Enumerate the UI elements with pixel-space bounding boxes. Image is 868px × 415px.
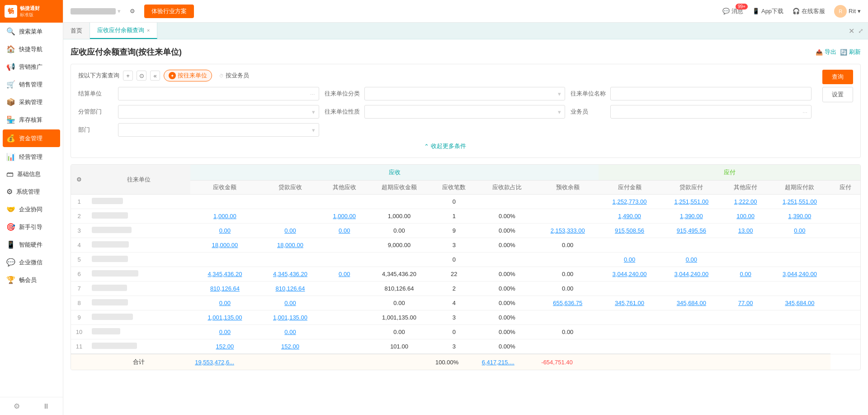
set-button[interactable]: 设置 xyxy=(822,87,853,102)
home-icon: 🏠 xyxy=(6,45,15,53)
footer-prepaid-total: 6,417,215.... xyxy=(477,354,537,370)
download-icon: 📱 xyxy=(752,8,760,14)
sidebar-item-wechat[interactable]: 💬 企业微信 xyxy=(0,253,63,271)
scheme-icon: ✦ xyxy=(169,72,176,79)
refresh-button[interactable]: 🔄 刷新 xyxy=(840,48,861,56)
scheme-partner-button[interactable]: ✦ 按往来单位 xyxy=(164,70,212,81)
xingzhi-input[interactable]: ▾ xyxy=(364,105,566,119)
jiesuan-input[interactable]: ··· xyxy=(118,87,319,100)
more-scheme-button[interactable]: « xyxy=(150,71,160,81)
filter-fenguan: 分管部门 ▾ xyxy=(78,105,319,119)
wechat-icon: 💬 xyxy=(6,258,15,267)
footer-empty3 xyxy=(321,354,368,370)
scheme-salesman-button[interactable]: ⏱ 按业务员 xyxy=(216,70,253,81)
app-download-button[interactable]: 📱 App下载 xyxy=(752,7,783,15)
sales-icon: 🛒 xyxy=(6,80,15,89)
add-scheme-button[interactable]: + xyxy=(123,71,133,81)
col-overdue-ar: 超期应收金额 xyxy=(368,181,431,195)
name-input[interactable] xyxy=(610,87,811,100)
footer-empty8 xyxy=(769,354,831,370)
col-loan-ap: 贷款应付 xyxy=(660,181,722,195)
system-icon: ⚙ xyxy=(6,187,13,196)
sidebar-item-operations[interactable]: 📊 经营管理 xyxy=(0,148,63,166)
filter-bumen: 部门 ▾ xyxy=(78,123,319,137)
scheme-clock-icon: ⏱ xyxy=(219,73,224,78)
fenzu-input[interactable]: ▾ xyxy=(364,87,566,100)
sidebar-item-sales[interactable]: 🛒 销售管理 xyxy=(0,76,63,93)
topbar-gear-button[interactable]: ⚙ xyxy=(126,5,139,18)
table-row: 80.000.000.0040.00%655,636.75345,761.003… xyxy=(71,296,860,310)
inventory-icon: 🏪 xyxy=(6,115,15,124)
bumen-input[interactable]: ▾ xyxy=(118,123,319,137)
purchase-icon: 📦 xyxy=(6,98,15,106)
marketing-icon: 📢 xyxy=(6,62,15,71)
table-row: 64,345,436.204,345,436.200.004,345,436.2… xyxy=(71,267,860,281)
footer-empty6 xyxy=(660,354,722,370)
filter-row-3: 部门 ▾ xyxy=(78,123,811,137)
yewuyuan-input[interactable]: ··· xyxy=(610,105,811,119)
footer-empty2 xyxy=(259,354,321,370)
sidebar-item-enterprise[interactable]: 🤝 企业协同 xyxy=(0,200,63,218)
main-content: ▾ ⚙ 体验行业方案 💬 消息 99+ 📱 App下载 🎧 在线客服 R Rit… xyxy=(63,0,868,415)
user-menu-button[interactable]: R Rit ▾ xyxy=(834,5,861,18)
col-other-ar: 其他应收 xyxy=(321,181,368,195)
edit-scheme-button[interactable]: ⊙ xyxy=(137,71,146,81)
message-icon: 💬 xyxy=(722,8,730,14)
export-button[interactable]: 📤 导出 xyxy=(816,48,836,56)
sidebar-item-basic[interactable]: 🗃 基础信息 xyxy=(0,166,63,183)
sidebar-settings-button[interactable]: ⚙ xyxy=(5,402,29,410)
footer-ar-ratio: 100.00% xyxy=(431,354,477,370)
sidebar-collapse-button[interactable]: ⏸ xyxy=(34,402,59,410)
table-row: 7810,126.64810,126.64810,126.6420.00%0.0… xyxy=(71,281,860,296)
query-button[interactable]: 查询 xyxy=(822,70,853,84)
jiesuan-input-dots: ··· xyxy=(310,91,315,97)
sidebar-item-purchase[interactable]: 📦 采购管理 xyxy=(0,93,63,111)
breadcrumb-chevron-icon: ▾ xyxy=(118,8,121,14)
refresh-icon: 🔄 xyxy=(840,49,847,56)
table-row: 21,000.001,000.001,000.0010.00%1,490.001… xyxy=(71,209,860,224)
sidebar-item-inventory[interactable]: 🏪 库存核算 xyxy=(0,111,63,129)
tab-close-all-button[interactable]: ✕ xyxy=(849,27,854,35)
topbar: ▾ ⚙ 体验行业方案 💬 消息 99+ 📱 App下载 🎧 在线客服 R Rit… xyxy=(63,0,868,23)
sidebar-item-system[interactable]: ⚙ 系统管理 xyxy=(0,183,63,200)
sidebar-item-search[interactable]: 🔍 搜索菜单 xyxy=(0,23,63,40)
sidebar-item-guide[interactable]: 🎯 新手引导 xyxy=(0,218,63,236)
fenguan-input[interactable]: ▾ xyxy=(118,105,319,119)
col-ap2: 应付 xyxy=(830,181,860,195)
sidebar-item-member[interactable]: 🏆 畅会员 xyxy=(0,271,63,289)
operations-icon: 📊 xyxy=(6,153,15,161)
enterprise-icon: 🤝 xyxy=(6,205,15,214)
filter-row-2: 分管部门 ▾ 往来单位性质 ▾ xyxy=(78,105,811,119)
table-config-header: ⚙ xyxy=(71,165,87,195)
col-prepaid: 预收余额 xyxy=(537,181,599,195)
sidebar-item-marketing[interactable]: 📢 营销推广 xyxy=(0,58,63,76)
avatar: R xyxy=(834,5,847,18)
tab-close-button[interactable]: × xyxy=(147,28,150,33)
table-row: 101,252,773.001,251,551.001,222.001,251,… xyxy=(71,195,860,209)
table-row: 500.000.00 xyxy=(71,253,860,267)
guide-icon: 🎯 xyxy=(6,223,15,231)
filter-yewuyuan: 业务员 ··· xyxy=(571,105,811,119)
online-service-button[interactable]: 🎧 在线客服 xyxy=(793,7,825,15)
table-footer-row: 合计 19,553,472,6... 100.00% 6,417,215....… xyxy=(71,354,860,370)
page-header: 应收应付余额查询(按往来单位) 📤 导出 🔄 刷新 xyxy=(71,47,861,57)
bumen-chevron-icon: ▾ xyxy=(312,127,315,134)
message-button[interactable]: 💬 消息 99+ xyxy=(722,7,743,15)
table-row: 418,000.0018,000.009,000.0030.00%0.00 xyxy=(71,238,860,253)
filter-xingzhi: 往来单位性质 ▾ xyxy=(325,105,566,119)
filter-collapse-button[interactable]: ⌃ 收起更多条件 xyxy=(78,140,811,152)
table-config-icon[interactable]: ⚙ xyxy=(76,176,82,183)
tab-ar-ap[interactable]: 应收应付余额查询 × xyxy=(90,23,157,39)
sidebar-item-quicknav[interactable]: 🏠 快捷导航 xyxy=(0,40,63,58)
tab-maximize-button[interactable]: ⤢ xyxy=(858,27,863,34)
basic-icon: 🗃 xyxy=(6,170,14,178)
filter-fenzu: 往来单位分类 ▾ xyxy=(325,87,566,100)
sidebar-item-hardware[interactable]: 📱 智能硬件 xyxy=(0,236,63,253)
industry-solution-button[interactable]: 体验行业方案 xyxy=(144,5,194,18)
content-area: 应收应付余额查询(按往来单位) 📤 导出 🔄 刷新 xyxy=(63,39,868,415)
sidebar-item-capital[interactable]: 💰 资金管理 xyxy=(3,129,60,147)
col-ap-amount: 应付金额 xyxy=(599,181,660,195)
tab-home[interactable]: 首页 xyxy=(63,23,90,39)
col-ar-amount: 应收金额 xyxy=(190,181,259,195)
logo-icon: 畅 xyxy=(5,5,17,18)
